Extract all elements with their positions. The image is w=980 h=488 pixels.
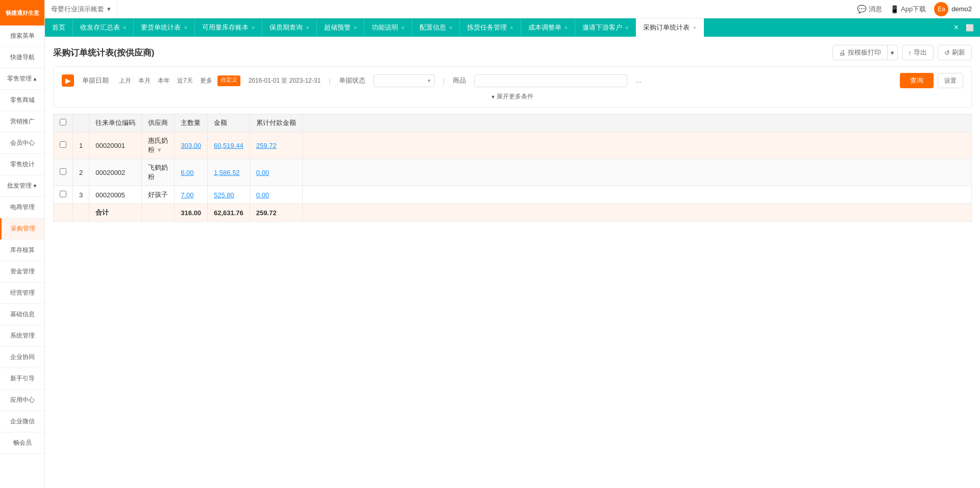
print-dropdown-btn[interactable]: ▾: [888, 46, 897, 59]
row-quantity[interactable]: 303.00: [175, 132, 208, 159]
sidebar-item-ecommerce[interactable]: 电商管理: [0, 197, 44, 218]
goods-input[interactable]: [474, 74, 627, 87]
refresh-btn[interactable]: ↺ 刷新: [938, 45, 972, 60]
sidebar-item-purchase[interactable]: 采购管理: [0, 218, 44, 240]
arrow-right-icon: ▶: [65, 76, 71, 85]
sidebar-item-enterprise[interactable]: 企业协同: [0, 347, 44, 368]
row-quantity[interactable]: 6.00: [175, 159, 208, 186]
tab-expiry-query[interactable]: 保质期查询 ×: [262, 18, 316, 37]
row-quantity[interactable]: 7.00: [175, 186, 208, 204]
sidebar-item-wechat[interactable]: 企业微信: [0, 411, 44, 432]
sidebar-item-inventory[interactable]: 库存核算: [0, 240, 44, 261]
tab-picking-task[interactable]: 拣货任务管理 ×: [460, 18, 521, 37]
sidebar-item-label: 搜索英单: [10, 32, 35, 39]
row-paid[interactable]: 0.00: [250, 186, 302, 204]
app-download-btn[interactable]: 📱 App下载: [890, 5, 926, 14]
sidebar-item-newbie[interactable]: 新手引导: [0, 368, 44, 390]
more-filter-icon[interactable]: …: [635, 77, 642, 84]
settings-btn[interactable]: 设置: [938, 73, 963, 88]
shortcut-this-year[interactable]: 本年: [156, 75, 172, 86]
custom-date-badge[interactable]: 自定义: [217, 75, 240, 86]
sidebar-item-ops[interactable]: 经营管理: [0, 282, 44, 304]
close-icon[interactable]: ×: [123, 24, 126, 31]
page-container: 采购订单统计表(按供应商) 🖨 按模板打印 ▾ ↑ 导出: [45, 37, 980, 488]
sidebar-item-label: 批发管理: [7, 182, 32, 190]
sidebar-item-search[interactable]: 搜索英单: [0, 25, 44, 47]
tab-invite-downstream[interactable]: 邀请下游客户 ×: [575, 18, 636, 37]
row-paid[interactable]: 259.72: [250, 132, 302, 159]
sidebar-item-wholesale[interactable]: 批发管理 ▼: [0, 175, 44, 197]
close-icon[interactable]: ×: [693, 24, 696, 31]
expand-more-row: ▾ 展开更多条件: [62, 92, 963, 101]
tab-requisition-stats[interactable]: 要货单统计表 ×: [134, 18, 194, 37]
status-select[interactable]: [374, 74, 435, 87]
tab-overstock-warning[interactable]: 超储预警 ×: [317, 18, 364, 37]
sidebar-item-retail-mgmt[interactable]: 零售管理 ▲: [0, 68, 44, 90]
close-icon[interactable]: ×: [449, 24, 452, 31]
row-code: 00020002: [89, 159, 142, 186]
sidebar-item-vip[interactable]: 畅会员: [0, 432, 44, 454]
expand-more-btn[interactable]: ▾ 展开更多条件: [492, 92, 533, 101]
nav-dropdown-icon[interactable]: ▾: [107, 5, 111, 13]
sidebar-item-label: 采购管理: [11, 225, 35, 232]
shortcut-last-month[interactable]: 上月: [117, 75, 133, 86]
close-icon[interactable]: ×: [565, 24, 568, 31]
tab-home[interactable]: 首页: [45, 18, 73, 37]
sidebar-item-quicknav[interactable]: 快捷导航: [0, 47, 44, 68]
print-label: 按模板打印: [848, 48, 881, 57]
sidebar-item-label: 系统管理: [10, 332, 35, 339]
tab-purchase-stats[interactable]: 采购订单统计表 ×: [636, 18, 703, 37]
main-area: 母婴行业演示账套 ▾ 💬 消息 📱 App下载 Ea demo2 首页: [45, 0, 980, 488]
print-btn-group: 🖨 按模板打印 ▾: [832, 45, 898, 60]
row-checkbox[interactable]: [60, 168, 66, 175]
sidebar-item-system[interactable]: 系统管理: [0, 325, 44, 347]
row-amount[interactable]: 60,519.44: [208, 132, 250, 159]
row-paid[interactable]: 0.00: [250, 159, 302, 186]
sidebar-item-retail-shop[interactable]: 零售商城: [0, 90, 44, 111]
footer-extra-cell: [302, 204, 971, 222]
shortcut-this-month[interactable]: 本月: [136, 75, 153, 86]
sidebar-item-retail-stats[interactable]: 零售统计: [0, 154, 44, 175]
close-icon[interactable]: ×: [401, 24, 404, 31]
tab-receive-summary[interactable]: 收发存汇总表 ×: [73, 18, 134, 37]
data-table: 往来单位编码 供应商 主数量 金额 累计付款金额 1 00020001 惠氏奶粉…: [53, 114, 972, 222]
tab-cost-adjust[interactable]: 成本调整单 ×: [521, 18, 575, 37]
sidebar-item-basic[interactable]: 基础信息: [0, 304, 44, 325]
sidebar-item-label: 企业协同: [10, 353, 35, 361]
tab-function-desc[interactable]: 功能说明 ×: [364, 18, 412, 37]
row-checkbox[interactable]: [60, 191, 66, 197]
close-icon[interactable]: ×: [184, 24, 187, 31]
shortcut-more[interactable]: 更多: [198, 75, 214, 86]
query-btn[interactable]: 查询: [900, 73, 934, 88]
page-actions: 🖨 按模板打印 ▾ ↑ 导出 ↺ 刷新: [832, 45, 972, 60]
sidebar-item-member[interactable]: 会员中心: [0, 133, 44, 154]
shortcut-7days[interactable]: 近7天: [175, 75, 195, 86]
tab-label: 要货单统计表: [141, 23, 181, 32]
row-amount[interactable]: 525.80: [208, 186, 250, 204]
close-icon[interactable]: ×: [625, 24, 628, 31]
tab-available-stock[interactable]: 可用量库存账本 ×: [195, 18, 262, 37]
message-btn[interactable]: 💬 消息: [857, 5, 882, 14]
row-checkbox-cell: [54, 132, 73, 159]
tab-config-info[interactable]: 配置信息 ×: [412, 18, 460, 37]
sidebar-item-marketing[interactable]: 营销推广: [0, 111, 44, 133]
close-icon[interactable]: ×: [252, 24, 255, 31]
select-all-checkbox[interactable]: [60, 119, 66, 125]
top-nav-row: 母婴行业演示账套 ▾ 💬 消息 📱 App下载 Ea demo2: [45, 0, 980, 18]
app-logo: 畅捷通好生意: [0, 0, 45, 25]
export-btn[interactable]: ↑ 导出: [902, 45, 934, 60]
close-icon[interactable]: ×: [354, 24, 357, 31]
col-extra: [302, 114, 971, 132]
sidebar-item-appcenter[interactable]: 应用中心: [0, 390, 44, 411]
row-amount[interactable]: 1,586.52: [208, 159, 250, 186]
close-icon[interactable]: ×: [306, 24, 309, 31]
sidebar-item-finance[interactable]: 资金管理: [0, 261, 44, 282]
close-icon[interactable]: ×: [510, 24, 513, 31]
restore-window-btn[interactable]: ⬜: [964, 22, 976, 34]
row-extra: [302, 132, 971, 159]
close-all-tabs-btn[interactable]: ×: [952, 21, 961, 34]
filter-toggle-btn[interactable]: ▶: [62, 74, 74, 87]
print-template-btn[interactable]: 🖨 按模板打印: [833, 45, 888, 60]
row-checkbox[interactable]: [60, 141, 66, 148]
user-profile-btn[interactable]: Ea demo2: [934, 2, 972, 16]
